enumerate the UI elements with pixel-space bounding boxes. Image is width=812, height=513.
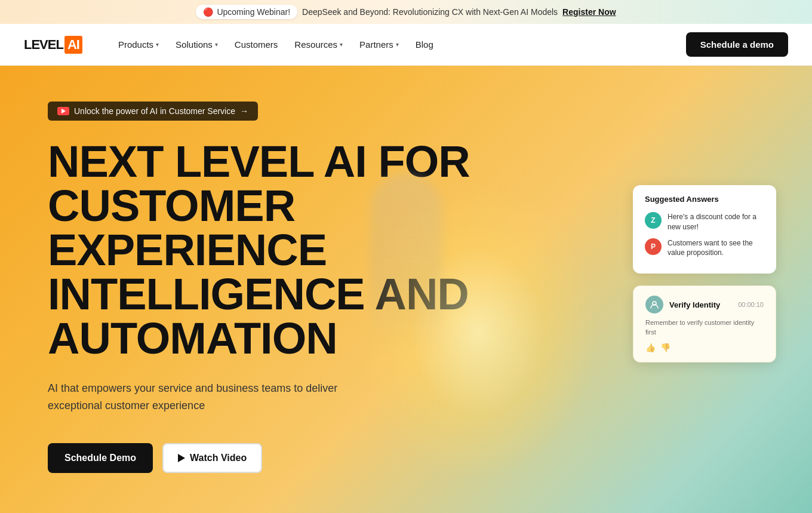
solutions-label: Solutions bbox=[176, 39, 213, 50]
verify-header: Verify Identity 00:00:10 bbox=[645, 296, 764, 314]
products-label: Products bbox=[118, 39, 153, 50]
partners-label: Partners bbox=[359, 39, 393, 50]
verify-left: Verify Identity bbox=[645, 296, 720, 314]
answer-avatar-2: P bbox=[645, 238, 662, 255]
resources-chevron-icon: ▾ bbox=[340, 41, 343, 48]
register-now-link[interactable]: Register Now bbox=[562, 7, 616, 17]
hero-title-line4: AUTOMATION bbox=[48, 314, 337, 363]
video-badge-icon bbox=[57, 107, 69, 115]
hero-cards: Suggested Answers Z Here's a discount co… bbox=[633, 185, 776, 363]
verify-time: 00:00:10 bbox=[738, 301, 764, 308]
nav-item-products[interactable]: Products ▾ bbox=[111, 35, 166, 54]
announcement-message: DeepSeek and Beyond: Revolutionizing CX … bbox=[302, 7, 558, 17]
schedule-demo-nav-button[interactable]: Schedule a demo bbox=[686, 32, 788, 57]
suggested-answers-title: Suggested Answers bbox=[645, 195, 764, 204]
verify-title: Verify Identity bbox=[669, 300, 720, 309]
announcement-bar: 🔴 Upcoming Webinar! DeepSeek and Beyond:… bbox=[0, 0, 812, 24]
hero-badge-arrow: → bbox=[240, 106, 248, 116]
suggested-answers-card: Suggested Answers Z Here's a discount co… bbox=[633, 185, 776, 274]
answer-text-2: Customers want to see the value proposit… bbox=[668, 238, 764, 259]
svg-marker-0 bbox=[61, 109, 66, 113]
hero-badge-text: Unlock the power of AI in Customer Servi… bbox=[74, 106, 235, 116]
nav-item-customers[interactable]: Customers bbox=[227, 35, 285, 54]
hero-title-line2: CUSTOMER EXPERIENCE bbox=[48, 181, 327, 275]
play-icon bbox=[178, 454, 185, 462]
hero-subtitle: AI that empowers your service and busine… bbox=[48, 380, 370, 414]
verify-icon bbox=[645, 296, 663, 314]
navbar: LEVELAI Products ▾ Solutions ▾ Customers… bbox=[0, 24, 812, 66]
products-chevron-icon: ▾ bbox=[156, 41, 159, 48]
announcement-badge: 🔴 Upcoming Webinar! bbox=[196, 5, 297, 19]
answer-item-2: P Customers want to see the value propos… bbox=[645, 238, 764, 259]
announcement-badge-label: Upcoming Webinar! bbox=[217, 7, 290, 17]
verify-actions: 👍 👎 bbox=[645, 343, 764, 352]
nav-items: Products ▾ Solutions ▾ Customers Resourc… bbox=[111, 35, 667, 54]
watch-video-label: Watch Video bbox=[190, 453, 247, 463]
blog-label: Blog bbox=[416, 39, 433, 50]
hero-buttons: Schedule Demo Watch Video bbox=[48, 443, 764, 473]
hero-section: Unlock the power of AI in Customer Servi… bbox=[0, 66, 812, 513]
customers-label: Customers bbox=[235, 39, 278, 50]
fire-icon: 🔴 bbox=[203, 7, 213, 17]
hero-figure-decoration bbox=[370, 173, 442, 352]
logo-level: LEVEL bbox=[24, 37, 63, 53]
nav-item-resources[interactable]: Resources ▾ bbox=[287, 35, 350, 54]
answer-text-1: Here's a discount code for a new user! bbox=[668, 212, 764, 232]
hero-badge[interactable]: Unlock the power of AI in Customer Servi… bbox=[48, 102, 258, 121]
nav-item-blog[interactable]: Blog bbox=[408, 35, 441, 54]
thumbs-up-button[interactable]: 👍 bbox=[645, 343, 656, 352]
answer-avatar-1: Z bbox=[645, 212, 662, 229]
verify-identity-card: Verify Identity 00:00:10 Remember to ver… bbox=[633, 285, 776, 363]
thumbs-down-button[interactable]: 👎 bbox=[660, 343, 670, 352]
partners-chevron-icon: ▾ bbox=[396, 41, 399, 48]
answer-item-1: Z Here's a discount code for a new user! bbox=[645, 212, 764, 232]
verify-description: Remember to verify customer identity fir… bbox=[645, 318, 764, 337]
nav-item-partners[interactable]: Partners ▾ bbox=[352, 35, 406, 54]
schedule-demo-hero-button[interactable]: Schedule Demo bbox=[48, 443, 153, 473]
logo[interactable]: LEVELAI bbox=[24, 36, 82, 54]
solutions-chevron-icon: ▾ bbox=[215, 41, 218, 48]
watch-video-button[interactable]: Watch Video bbox=[162, 443, 262, 473]
logo-ai: AI bbox=[64, 36, 82, 54]
nav-item-solutions[interactable]: Solutions ▾ bbox=[168, 35, 225, 54]
resources-label: Resources bbox=[294, 39, 337, 50]
